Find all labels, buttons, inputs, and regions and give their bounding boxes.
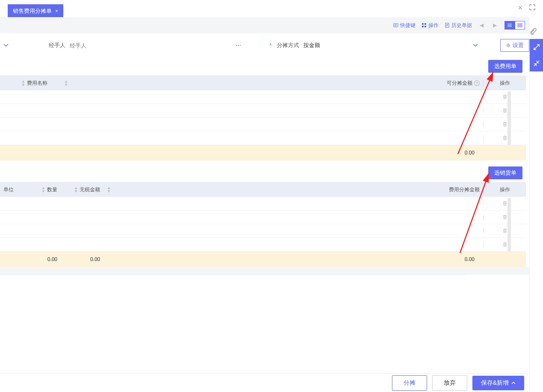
svg-rect-8 xyxy=(518,26,519,27)
history-link[interactable]: 历史单据 xyxy=(445,22,472,29)
view-card-icon[interactable] xyxy=(515,21,525,30)
col-alloc-amount[interactable]: 可分摊金额 xyxy=(447,80,472,87)
save-new-button[interactable]: 保存&新增 xyxy=(472,376,524,390)
handler-more-icon[interactable]: ··· xyxy=(236,42,241,48)
col-operate: 操作 xyxy=(500,80,510,87)
dropdown-toggle-icon[interactable] xyxy=(0,44,12,47)
svg-rect-1 xyxy=(422,23,424,25)
svg-rect-3 xyxy=(422,26,424,27)
select-sales-button[interactable]: 选销货单 xyxy=(488,166,522,179)
col-alloc[interactable]: 费用分摊金额 xyxy=(449,186,480,193)
svg-point-10 xyxy=(507,45,509,46)
remark-area xyxy=(0,275,465,292)
help-icon[interactable]: ? xyxy=(474,80,480,86)
view-list-icon[interactable] xyxy=(504,21,515,30)
tab-title: 销售费用分摊单 xyxy=(13,7,52,15)
settings-button[interactable]: 设置 xyxy=(500,39,529,52)
table-row[interactable] xyxy=(0,197,526,211)
expense-sum-row: 0.00 xyxy=(0,145,526,160)
table-row[interactable] xyxy=(0,90,526,104)
svg-rect-6 xyxy=(518,24,519,25)
settings-label: 设置 xyxy=(513,42,524,49)
col-expense-name[interactable]: 费用名称 xyxy=(27,80,47,87)
handler-label: 经手人 xyxy=(49,42,65,49)
operate-link[interactable]: 操作 xyxy=(421,22,439,29)
shortcut-label: 快捷键 xyxy=(400,22,415,29)
delete-icon[interactable] xyxy=(502,135,507,141)
scrollbar[interactable] xyxy=(507,198,511,252)
sort-icon[interactable] xyxy=(74,186,78,193)
svg-rect-9 xyxy=(520,26,522,27)
save-new-label: 保存&新增 xyxy=(481,379,509,387)
divider xyxy=(0,267,529,275)
delete-icon[interactable] xyxy=(502,201,507,206)
method-label: 分摊方式 xyxy=(277,42,299,49)
method-value[interactable]: 按金额 xyxy=(303,42,466,49)
scrollbar[interactable] xyxy=(507,91,511,145)
page-close-icon[interactable]: × xyxy=(518,3,522,12)
svg-rect-4 xyxy=(424,26,426,27)
sum-alloc-amount: 0.00 xyxy=(465,150,475,156)
allocate-button[interactable]: 分摊 xyxy=(392,375,427,391)
footer: 分摊 放弃 保存&新增 xyxy=(0,373,529,392)
delete-icon[interactable] xyxy=(502,108,507,113)
col-notax[interactable]: 无税金额 xyxy=(80,186,100,193)
delete-icon[interactable] xyxy=(502,228,507,234)
delete-icon[interactable] xyxy=(502,94,507,100)
delete-icon[interactable] xyxy=(502,242,507,247)
sum-notax: 0.00 xyxy=(90,256,100,262)
col-unit[interactable]: 单位 xyxy=(3,186,14,193)
table-row[interactable] xyxy=(0,131,526,145)
table-row[interactable] xyxy=(0,104,526,118)
required-mark: * xyxy=(270,42,272,48)
table-row[interactable] xyxy=(0,211,526,224)
sales-sum-row: 0.00 0.00 0.00 xyxy=(0,252,526,267)
next-icon[interactable]: ▶ xyxy=(491,22,498,28)
prev-icon[interactable]: ◀ xyxy=(478,22,485,28)
delete-icon[interactable] xyxy=(502,122,507,127)
tab-sales-expense-alloc[interactable]: 销售费用分摊单 × xyxy=(8,4,63,18)
sort-icon[interactable] xyxy=(64,80,68,86)
table-row[interactable] xyxy=(0,224,526,238)
expand-out-icon[interactable] xyxy=(530,39,543,55)
svg-rect-0 xyxy=(394,24,398,27)
sort-icon[interactable] xyxy=(107,186,111,193)
expand-in-icon[interactable] xyxy=(530,55,543,71)
toolbar: 快捷键 操作 历史单据 ◀ ▶ xyxy=(0,17,529,33)
select-expense-button[interactable]: 选费用单 xyxy=(488,60,522,73)
delete-icon[interactable] xyxy=(502,214,507,220)
svg-rect-7 xyxy=(520,24,522,25)
fullscreen-icon[interactable] xyxy=(529,4,535,10)
discard-button[interactable]: 放弃 xyxy=(432,375,467,391)
col-qty[interactable]: 数量 xyxy=(47,186,57,193)
tab-close-icon[interactable]: × xyxy=(55,8,58,14)
sales-table: 单位 数量 无税金额 费用分摊金额 操作 0.00 0.00 0.00 xyxy=(0,182,526,267)
svg-rect-2 xyxy=(424,23,426,25)
sum-alloc: 0.00 xyxy=(465,256,475,262)
side-rail xyxy=(529,24,543,392)
table-row[interactable] xyxy=(0,118,526,131)
history-label: 历史单据 xyxy=(451,22,472,29)
attachment-icon[interactable] xyxy=(530,24,543,39)
shortcut-link[interactable]: 快捷键 xyxy=(393,22,415,29)
operate-label: 操作 xyxy=(428,22,439,29)
handler-input[interactable] xyxy=(70,42,232,49)
sort-icon[interactable] xyxy=(42,186,45,193)
sum-qty: 0.00 xyxy=(47,256,57,262)
table-row[interactable] xyxy=(0,238,526,252)
col-operate: 操作 xyxy=(500,186,510,193)
sort-icon[interactable] xyxy=(21,80,25,86)
expense-table: 费用名称 可分摊金额? 操作 0.00 xyxy=(0,75,526,160)
method-dropdown-icon[interactable] xyxy=(469,44,481,47)
